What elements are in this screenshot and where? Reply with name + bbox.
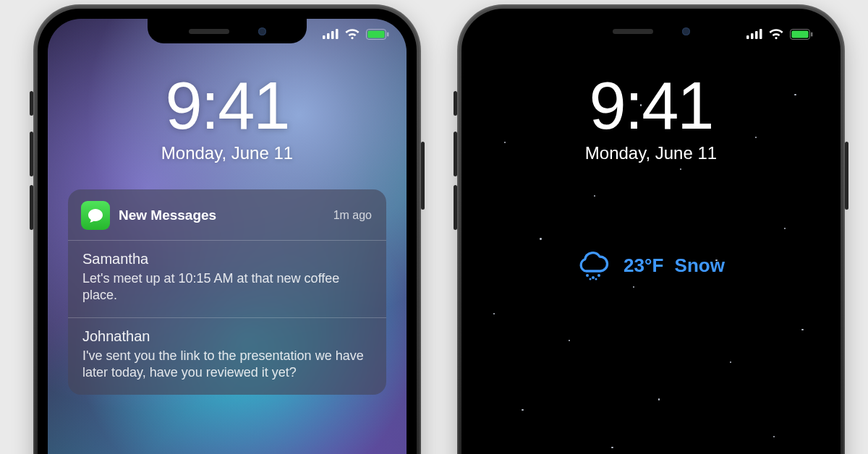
wifi-icon xyxy=(344,28,360,40)
weather-text: 23°F Snow xyxy=(624,254,725,277)
status-bar xyxy=(746,23,813,45)
svg-rect-6 xyxy=(387,32,388,36)
notification-card[interactable]: New Messages 1m ago Samantha Let's meet … xyxy=(68,189,386,395)
notch xyxy=(148,19,307,43)
side-button[interactable] xyxy=(845,142,848,210)
phone-dark: 9:41 Monday, June 11 23°F xyxy=(457,4,845,454)
message-item[interactable]: Johnathan I've sent you the link to the … xyxy=(68,317,386,395)
message-body: Let's meet up at 10:15 AM at that new co… xyxy=(82,270,372,304)
svg-rect-1 xyxy=(327,33,330,39)
svg-point-14 xyxy=(586,274,589,277)
speaker-grille xyxy=(613,29,653,34)
weather-widget[interactable]: 23°F Snow xyxy=(577,250,725,280)
svg-point-17 xyxy=(590,278,592,280)
svg-point-15 xyxy=(592,276,595,279)
lock-screen[interactable]: 9:41 Monday, June 11 New Messages 1m ago… xyxy=(48,19,407,454)
speaker-grille xyxy=(189,29,229,34)
battery-icon xyxy=(790,29,813,40)
volume-down-button[interactable] xyxy=(454,185,457,230)
messages-icon xyxy=(81,201,110,230)
lock-clock: 9:41 xyxy=(589,72,712,139)
notch xyxy=(571,19,731,43)
svg-point-18 xyxy=(595,278,597,280)
wifi-icon xyxy=(768,28,784,40)
message-body: I've sent you the link to the presentati… xyxy=(82,348,372,382)
svg-rect-7 xyxy=(746,35,749,39)
lock-date: Monday, June 11 xyxy=(161,143,293,163)
cellular-icon xyxy=(746,29,762,39)
volume-up-button[interactable] xyxy=(30,132,33,176)
volume-down-button[interactable] xyxy=(30,185,33,230)
svg-point-16 xyxy=(597,274,600,277)
svg-rect-5 xyxy=(367,30,384,38)
status-bar xyxy=(323,23,389,45)
notification-header: New Messages 1m ago xyxy=(68,189,386,240)
message-sender: Samantha xyxy=(82,251,372,267)
front-camera xyxy=(682,27,690,35)
phone-light: 9:41 Monday, June 11 New Messages 1m ago… xyxy=(33,4,421,454)
svg-rect-3 xyxy=(336,29,339,39)
svg-rect-12 xyxy=(791,30,808,38)
notification-title: New Messages xyxy=(119,207,325,223)
weather-cond: Snow xyxy=(675,254,725,276)
side-button[interactable] xyxy=(421,142,425,210)
front-camera xyxy=(258,27,266,35)
mute-switch[interactable] xyxy=(30,91,33,116)
weather-temp: 23°F xyxy=(624,254,663,276)
svg-rect-8 xyxy=(751,33,754,39)
lock-clock: 9:41 xyxy=(165,72,289,139)
svg-rect-9 xyxy=(755,31,758,39)
svg-rect-2 xyxy=(331,31,334,39)
cellular-icon xyxy=(323,29,339,39)
notification-time: 1m ago xyxy=(333,209,372,222)
battery-icon xyxy=(366,29,389,40)
lock-screen[interactable]: 9:41 Monday, June 11 23°F xyxy=(472,19,830,454)
lock-date: Monday, June 11 xyxy=(585,143,717,163)
svg-rect-10 xyxy=(760,29,762,39)
mute-switch[interactable] xyxy=(454,91,457,116)
message-item[interactable]: Samantha Let's meet up at 10:15 AM at th… xyxy=(68,240,386,317)
svg-rect-0 xyxy=(323,35,326,39)
volume-up-button[interactable] xyxy=(454,132,457,176)
svg-rect-13 xyxy=(811,32,812,36)
snow-icon xyxy=(577,250,609,280)
message-sender: Johnathan xyxy=(82,328,372,345)
